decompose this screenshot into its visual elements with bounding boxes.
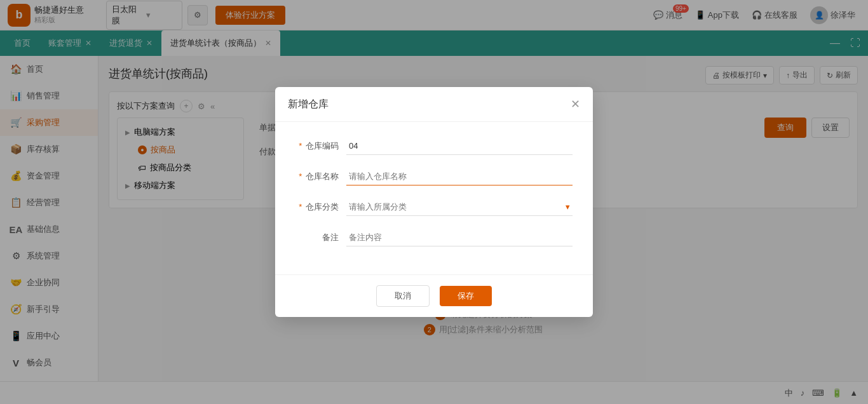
cancel-button[interactable]: 取消 xyxy=(376,285,430,307)
form-row-category: * 仓库分类 ▾ xyxy=(295,198,573,216)
modal-close-button[interactable]: ✕ xyxy=(571,97,580,111)
code-label: * 仓库编码 xyxy=(295,140,346,152)
modal-title: 新增仓库 xyxy=(288,98,329,111)
form-row-code: * 仓库编码 xyxy=(295,137,573,155)
code-input[interactable] xyxy=(346,137,573,155)
modal-header: 新增仓库 ✕ xyxy=(275,87,593,122)
name-input[interactable] xyxy=(346,168,573,185)
form-row-remark: 备注 xyxy=(295,229,573,246)
modal-body: * 仓库编码 * 仓库名称 * 仓库分类 xyxy=(275,122,593,274)
category-input[interactable] xyxy=(349,202,566,212)
code-required-star: * xyxy=(299,141,302,151)
remark-label: 备注 xyxy=(295,232,346,243)
category-select-wrap: ▾ xyxy=(346,198,573,216)
form-row-name: * 仓库名称 xyxy=(295,168,573,185)
modal-footer: 取消 保存 xyxy=(275,274,593,317)
add-warehouse-modal: 新增仓库 ✕ * 仓库编码 * 仓库名称 xyxy=(275,87,593,317)
category-required-star: * xyxy=(299,202,302,212)
remark-input[interactable] xyxy=(346,229,573,246)
modal-overlay: 新增仓库 ✕ * 仓库编码 * 仓库名称 xyxy=(0,0,868,404)
category-label: * 仓库分类 xyxy=(295,201,346,213)
save-button[interactable]: 保存 xyxy=(440,286,492,306)
name-label: * 仓库名称 xyxy=(295,171,346,182)
category-dropdown-arrow: ▾ xyxy=(566,202,570,212)
name-required-star: * xyxy=(299,172,302,181)
